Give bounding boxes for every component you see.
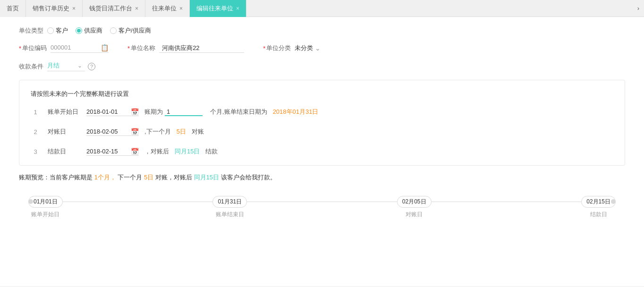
unit-class-group: * 单位分类 未分类 ⌄ — [263, 44, 342, 52]
tab-cashflow[interactable]: 钱货日清工作台 × — [83, 0, 145, 17]
tab-bar: 首页 销售订单历史 × 钱货日清工作台 × 往来单位 × 编辑往来单位 × › — [0, 0, 644, 17]
unit-type-row: 单位类型 客户 供应商 客户/供应商 — [19, 26, 625, 35]
unit-class-value: 未分类 — [295, 44, 313, 52]
payment-value: 月结 — [47, 61, 76, 70]
timeline-left-dot — [28, 199, 33, 204]
step-1-date-input[interactable] — [86, 108, 129, 115]
payment-row: 收款条件 月结 ⌄ ? — [19, 61, 625, 71]
unit-code-input-wrap: 📋 — [51, 44, 109, 53]
timeline-label-4: 结款日 — [590, 211, 607, 219]
unit-code-required-star: * — [19, 45, 21, 52]
document-icon[interactable]: 📋 — [101, 44, 109, 51]
step-3-date-input-wrap: 📅 — [86, 148, 139, 156]
step-3-number: 3 — [31, 148, 40, 155]
unit-code-group: * 单位编码 📋 — [19, 44, 109, 53]
step-3-row: 3 结款日 📅 ，对账后 同月15日 结款 — [31, 147, 613, 156]
section-box: 请按照未来的一个完整帐期进行设置 1 账单开始日 📅 账期为 个月,账单结束日期… — [19, 80, 625, 166]
unit-code-label: 单位编码 — [22, 44, 47, 52]
timeline-item-3: 02月05日 对账日 — [397, 196, 432, 219]
radio-supplier[interactable]: 供应商 — [76, 26, 102, 35]
radio-customer[interactable]: 客户 — [47, 26, 68, 35]
radio-circle-customer-supplier — [110, 27, 117, 34]
preview-highlight-1: 1个月， — [94, 174, 116, 181]
chevron-down-icon: ⌄ — [315, 44, 321, 52]
unit-class-required-star: * — [263, 45, 265, 52]
payment-label: 收款条件 — [19, 62, 43, 71]
tab-edit-partner[interactable]: 编辑往来单位 × — [190, 0, 246, 17]
preview-highlight-3: 同月15日 — [194, 174, 219, 181]
unit-class-label: 单位分类 — [266, 44, 291, 52]
timeline-node-2: 01月31日 — [212, 196, 247, 208]
step-1-desc-before: 账期为 — [144, 108, 163, 116]
preview-text: 账期预览：当前客户账期是 1个月， 下一个月 5日 对账，对账后 同月15日 该… — [19, 173, 625, 182]
timeline-item-4: 02月15日 结款日 — [581, 196, 616, 219]
close-icon[interactable]: × — [72, 5, 76, 12]
step-1-desc-unit: 个月,账单结束日期为 — [210, 108, 267, 116]
unit-name-input[interactable] — [159, 43, 244, 53]
tab-home[interactable]: 首页 — [0, 0, 26, 17]
step-1-label: 账单开始日 — [48, 108, 81, 116]
radio-customer-supplier[interactable]: 客户/供应商 — [110, 26, 151, 35]
calendar-icon[interactable]: 📅 — [131, 108, 139, 116]
step-3-label: 结款日 — [48, 147, 81, 156]
step-2-date-input-wrap: 📅 — [86, 128, 139, 136]
step-1-date-input-wrap: 📅 — [86, 108, 139, 116]
step-2-desc-before: ,下一个月 — [144, 127, 171, 136]
close-icon[interactable]: × — [236, 5, 239, 12]
unit-type-label: 单位类型 — [19, 26, 43, 35]
step-1-row: 1 账单开始日 📅 账期为 个月,账单结束日期为 2018年01月31日 — [31, 108, 613, 116]
timeline-label-3: 对账日 — [406, 211, 423, 219]
period-input[interactable] — [165, 108, 203, 116]
calendar-icon[interactable]: 📅 — [131, 128, 139, 135]
help-icon[interactable]: ? — [88, 63, 95, 70]
timeline-right-dot — [611, 199, 616, 204]
unit-name-required-star: * — [127, 45, 130, 52]
calendar-icon[interactable]: 📅 — [131, 148, 139, 155]
unit-code-input[interactable] — [51, 44, 98, 51]
unit-name-group: * 单位名称 — [127, 43, 244, 53]
payment-select[interactable]: 月结 ⌄ — [47, 61, 85, 71]
step-3-desc-before: ，对账后 — [144, 147, 169, 156]
step-2-number: 2 — [31, 128, 40, 135]
close-icon[interactable]: × — [135, 5, 138, 12]
chevron-down-icon: ⌄ — [77, 62, 82, 69]
timeline-node-3: 02月05日 — [397, 196, 432, 208]
section-hint: 请按照未来的一个完整帐期进行设置 — [31, 90, 613, 98]
step-3-desc-after: 结款 — [205, 147, 218, 156]
radio-label-customer-supplier: 客户/供应商 — [119, 26, 151, 35]
tab-partners[interactable]: 往来单位 × — [145, 0, 190, 17]
timeline-label-2: 账单结束日 — [216, 211, 244, 219]
close-icon[interactable]: × — [179, 5, 183, 12]
preview-middle-2: 对账，对账后 — [155, 174, 192, 181]
radio-label-supplier: 供应商 — [84, 26, 102, 35]
timeline-items: 01月01日 账单开始日 01月31日 账单结束日 02月05日 对账日 02月… — [28, 196, 616, 219]
preview-suffix: 该客户会给我打款。 — [221, 174, 276, 181]
timeline-item-2: 01月31日 账单结束日 — [212, 196, 247, 219]
tab-expand-button[interactable]: › — [633, 0, 644, 17]
preview-highlight-2: 5日 — [144, 174, 153, 181]
unit-class-select[interactable]: 未分类 ⌄ — [295, 44, 342, 52]
timeline: 01月01日 账单开始日 01月31日 账单结束日 02月05日 对账日 02月… — [19, 191, 625, 223]
timeline-item-1: 01月01日 账单开始日 — [28, 196, 63, 219]
preview-prefix: 账期预览：当前客户账期是 — [19, 174, 93, 181]
preview-middle-1: 下一个月 — [118, 174, 142, 181]
step-3-date-input[interactable] — [86, 148, 129, 155]
main-content: 单位类型 客户 供应商 客户/供应商 * 单位编码 📋 — [0, 17, 644, 286]
timeline-node-1: 01月01日 — [28, 196, 63, 208]
step-2-desc-after: 对账 — [192, 127, 204, 136]
step-3-highlight: 同月15日 — [175, 147, 200, 156]
step-2-label: 对账日 — [48, 127, 81, 136]
step-2-highlight: 5日 — [177, 127, 186, 136]
step-2-row: 2 对账日 📅 ,下一个月 5日 对账 — [31, 127, 613, 136]
unit-info-row: * 单位编码 📋 * 单位名称 * 单位分类 未分类 ⌄ — [19, 43, 625, 53]
tab-sales-history[interactable]: 销售订单历史 × — [26, 0, 83, 17]
radio-label-customer: 客户 — [56, 26, 68, 35]
step-1-number: 1 — [31, 109, 40, 116]
radio-circle-customer — [47, 27, 54, 34]
radio-circle-supplier — [76, 27, 82, 34]
unit-name-label: 单位名称 — [131, 44, 155, 52]
timeline-label-1: 账单开始日 — [31, 211, 59, 219]
step-2-date-input[interactable] — [86, 128, 129, 135]
radio-group-unit-type: 客户 供应商 客户/供应商 — [47, 26, 151, 35]
step-1-highlight: 2018年01月31日 — [273, 108, 319, 116]
